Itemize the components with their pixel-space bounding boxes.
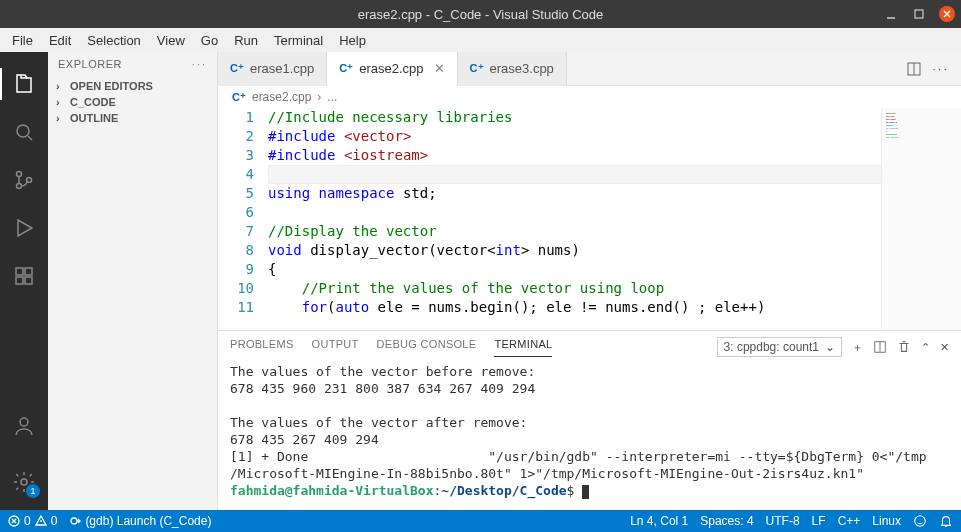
- menu-item-view[interactable]: View: [149, 31, 193, 50]
- code-line[interactable]: #include <vector>: [268, 127, 961, 146]
- tab-label: erase2.cpp: [359, 61, 423, 76]
- sidebar-section-outline[interactable]: ›OUTLINE: [48, 110, 217, 126]
- account-icon[interactable]: [0, 402, 48, 450]
- chevron-right-icon: ›: [56, 112, 70, 124]
- svg-rect-5: [16, 268, 23, 275]
- code-line[interactable]: [268, 203, 961, 222]
- menu-item-terminal[interactable]: Terminal: [266, 31, 331, 50]
- sidebar-title: EXPLORER: [58, 58, 122, 70]
- code-line[interactable]: //Print the values of the vector using l…: [268, 279, 961, 298]
- status-spaces[interactable]: Spaces: 4: [700, 514, 753, 528]
- svg-point-14: [71, 518, 77, 524]
- tab-erase3-cpp[interactable]: C⁺erase3.cpp: [458, 52, 567, 86]
- status-notifications-icon[interactable]: [939, 514, 953, 528]
- menu-item-run[interactable]: Run: [226, 31, 266, 50]
- code-line[interactable]: //Display the vector: [268, 222, 961, 241]
- line-number: 11: [218, 298, 254, 317]
- status-errors[interactable]: 0 0: [8, 514, 57, 528]
- split-terminal-icon[interactable]: [873, 340, 887, 354]
- menu-item-selection[interactable]: Selection: [79, 31, 148, 50]
- code-line[interactable]: {: [268, 260, 961, 279]
- chevron-right-icon: ›: [317, 90, 321, 104]
- svg-point-2: [17, 172, 22, 177]
- close-tab-icon[interactable]: ✕: [434, 61, 445, 76]
- terminal-select[interactable]: 3: cppdbg: count1 ⌄: [717, 337, 842, 357]
- line-number: 10: [218, 279, 254, 298]
- line-number: 1: [218, 108, 254, 127]
- tab-label: erase1.cpp: [250, 61, 314, 76]
- code-line[interactable]: using namespace std;: [268, 184, 961, 203]
- menu-item-go[interactable]: Go: [193, 31, 226, 50]
- menu-item-edit[interactable]: Edit: [41, 31, 79, 50]
- code-line[interactable]: [268, 165, 961, 184]
- tab-label: erase3.cpp: [490, 61, 554, 76]
- sidebar-more-icon[interactable]: ···: [192, 58, 207, 70]
- terminal-line: The values of the vector after remove:: [230, 414, 949, 431]
- maximize-button[interactable]: [911, 6, 927, 22]
- tab-erase2-cpp[interactable]: C⁺erase2.cpp✕: [327, 52, 457, 86]
- tab-erase1-cpp[interactable]: C⁺erase1.cpp: [218, 52, 327, 86]
- extensions-icon[interactable]: [0, 252, 48, 300]
- chevron-right-icon: ›: [56, 96, 70, 108]
- code-line[interactable]: for(auto ele = nums.begin(); ele != nums…: [268, 298, 961, 317]
- terminal-cursor: [582, 485, 589, 499]
- breadcrumb-file: erase2.cpp: [252, 90, 311, 104]
- line-number: 7: [218, 222, 254, 241]
- close-button[interactable]: [939, 6, 955, 22]
- terminal-line: /Microsoft-MIEngine-In-88bi5nbo.80t" 1>"…: [230, 465, 949, 482]
- terminal-prompt[interactable]: fahmida@fahmida-VirtualBox:~/Desktop/C_C…: [230, 482, 949, 499]
- code-line[interactable]: //Include necessary libraries: [268, 108, 961, 127]
- panel-tab-debug-console[interactable]: DEBUG CONSOLE: [377, 338, 477, 356]
- panel: PROBLEMSOUTPUTDEBUG CONSOLETERMINAL 3: c…: [218, 330, 961, 510]
- source-control-icon[interactable]: [0, 156, 48, 204]
- terminal-line: 678 435 960 231 800 387 634 267 409 294: [230, 380, 949, 397]
- new-terminal-icon[interactable]: ＋: [852, 340, 863, 355]
- minimize-button[interactable]: [883, 6, 899, 22]
- svg-rect-0: [915, 10, 923, 18]
- status-os[interactable]: Linux: [872, 514, 901, 528]
- panel-tab-terminal[interactable]: TERMINAL: [494, 338, 552, 357]
- cpp-file-icon: C⁺: [470, 62, 484, 75]
- line-number: 3: [218, 146, 254, 165]
- run-debug-icon[interactable]: [0, 204, 48, 252]
- status-lncol[interactable]: Ln 4, Col 1: [630, 514, 688, 528]
- more-actions-icon[interactable]: ···: [932, 61, 949, 77]
- code-line[interactable]: void display_vector(vector<int> nums): [268, 241, 961, 260]
- menubar: FileEditSelectionViewGoRunTerminalHelp: [0, 28, 961, 52]
- sidebar-section-c-code[interactable]: ›C_CODE: [48, 94, 217, 110]
- menu-item-help[interactable]: Help: [331, 31, 374, 50]
- explorer-icon[interactable]: [0, 60, 48, 108]
- chevron-down-icon: ⌄: [825, 340, 835, 354]
- status-encoding[interactable]: UTF-8: [766, 514, 800, 528]
- maximize-panel-icon[interactable]: ⌃: [921, 341, 930, 354]
- status-lang[interactable]: C++: [838, 514, 861, 528]
- code-editor[interactable]: 1234567891011 //Include necessary librar…: [218, 108, 961, 330]
- terminal-select-label: 3: cppdbg: count1: [724, 340, 819, 354]
- line-number: 5: [218, 184, 254, 203]
- settings-badge: 1: [26, 484, 40, 498]
- minimap[interactable]: ▬▬▬▬▬▬▬▬▬▬▬ ▬▬▬▬▬▬ ▬▬▬▬▬▬ ▬▬▬▬ ▬▬▬▬▬▬▬▬▬…: [881, 108, 961, 330]
- breadcrumb[interactable]: C⁺ erase2.cpp › ...: [218, 86, 961, 108]
- cpp-file-icon: C⁺: [232, 91, 246, 104]
- sidebar-section-open-editors[interactable]: ›OPEN EDITORS: [48, 78, 217, 94]
- chevron-right-icon: ›: [56, 80, 70, 92]
- split-editor-icon[interactable]: [906, 61, 922, 77]
- status-eol[interactable]: LF: [812, 514, 826, 528]
- line-number: 8: [218, 241, 254, 260]
- kill-terminal-icon[interactable]: [897, 340, 911, 354]
- search-icon[interactable]: [0, 108, 48, 156]
- terminal-output[interactable]: The values of the vector before remove:6…: [218, 357, 961, 510]
- status-feedback-icon[interactable]: [913, 514, 927, 528]
- panel-tab-output[interactable]: OUTPUT: [312, 338, 359, 356]
- svg-point-9: [20, 418, 28, 426]
- status-launch[interactable]: (gdb) Launch (C_Code): [69, 514, 211, 528]
- panel-tab-problems[interactable]: PROBLEMS: [230, 338, 294, 356]
- sidebar-section-label: C_CODE: [70, 96, 116, 108]
- line-number: 6: [218, 203, 254, 222]
- settings-gear-icon[interactable]: 1: [0, 458, 48, 506]
- close-panel-icon[interactable]: ✕: [940, 341, 949, 354]
- menu-item-file[interactable]: File: [4, 31, 41, 50]
- svg-point-15: [915, 516, 926, 527]
- code-line[interactable]: #include <iostream>: [268, 146, 961, 165]
- sidebar: EXPLORER ··· ›OPEN EDITORS›C_CODE›OUTLIN…: [48, 52, 218, 510]
